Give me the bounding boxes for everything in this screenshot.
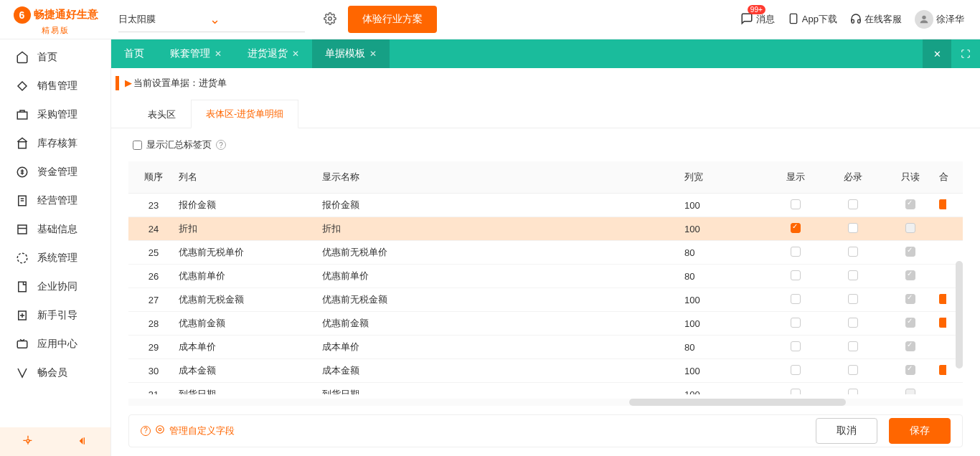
sidebar-item-cart[interactable]: 采购管理 <box>0 100 110 129</box>
cell-readonly <box>882 270 939 282</box>
cancel-button[interactable]: 取消 <box>816 418 877 444</box>
checkbox[interactable] <box>791 247 801 257</box>
sidebar-item-tag[interactable]: 销售管理 <box>0 72 110 100</box>
panel-footer: ? 管理自定义字段 取消 保存 <box>128 414 963 447</box>
promo-button[interactable]: 体验行业方案 <box>348 6 437 33</box>
manage-custom-fields-link[interactable]: ? 管理自定义字段 <box>141 424 235 437</box>
subtab-表体区-进货单明细[interactable]: 表体区-进货单明细 <box>191 100 298 128</box>
chevron-down-icon: ⌄ <box>209 11 301 27</box>
logo-area[interactable]: 6 畅捷通好生意 精易版 <box>0 4 111 36</box>
cell-display: 优惠前无税单价 <box>322 246 684 259</box>
table-row[interactable]: 24折扣折扣100 <box>128 217 963 241</box>
checkbox-on[interactable] <box>939 365 946 375</box>
cell-width: 100 <box>684 200 767 211</box>
tab-首页[interactable]: 首页 <box>111 39 157 68</box>
close-icon[interactable]: ✕ <box>215 49 222 59</box>
sidebar-item-data[interactable]: 基础信息 <box>0 215 110 244</box>
sidebar-item-tv[interactable]: 应用中心 <box>0 330 110 358</box>
svg-point-0 <box>329 16 332 20</box>
cell-seq: 25 <box>128 247 179 258</box>
cell-show <box>767 365 824 377</box>
close-icon[interactable]: ✕ <box>292 49 299 59</box>
clipboard-icon <box>16 194 29 207</box>
th-total: 合 <box>939 171 961 184</box>
checkbox[interactable] <box>848 389 858 395</box>
close-tab-button[interactable]: ✕ <box>923 39 951 68</box>
horizontal-scrollbar-track[interactable] <box>128 399 963 405</box>
table-row[interactable]: 27优惠前无税金额优惠前无税金额100 <box>128 288 963 312</box>
checkbox-on[interactable] <box>939 318 946 328</box>
checkbox[interactable] <box>791 365 801 375</box>
horizontal-scrollbar-thumb[interactable] <box>629 399 846 406</box>
checkbox[interactable] <box>791 341 801 351</box>
sidebar-nav: 首页销售管理采购管理库存核算资金管理经营管理基础信息系统管理企业协同新手引导应用… <box>0 39 111 456</box>
checkbox[interactable] <box>848 247 858 257</box>
checkbox[interactable] <box>848 223 858 233</box>
cell-required <box>824 341 882 353</box>
checkbox[interactable] <box>848 294 858 304</box>
sidebar-item-house[interactable]: 库存核算 <box>0 129 110 158</box>
sidebar-item-home[interactable]: 首页 <box>0 43 110 72</box>
summary-tab-checkbox[interactable] <box>133 141 142 150</box>
data-icon <box>16 223 29 236</box>
sidebar-item-coin[interactable]: 资金管理 <box>0 158 110 186</box>
table-row[interactable]: 23报价金额报价金额100 <box>128 194 963 217</box>
checkbox[interactable] <box>791 389 801 395</box>
summary-checkbox-row: 显示汇总标签页 ? <box>111 128 980 161</box>
message-icon <box>740 12 753 27</box>
vertical-scrollbar[interactable] <box>956 261 963 369</box>
save-button[interactable]: 保存 <box>889 418 951 444</box>
cell-required <box>824 365 882 377</box>
close-icon[interactable]: ✕ <box>369 49 377 59</box>
sidebar-item-v[interactable]: 畅会员 <box>0 358 110 387</box>
table-row[interactable]: 28优惠前金额优惠前金额100 <box>128 312 963 336</box>
checkbox[interactable] <box>791 199 801 209</box>
table-row[interactable]: 31到货日期到货日期100 <box>128 383 963 394</box>
settings-icon[interactable] <box>22 435 34 449</box>
checkbox[interactable] <box>848 199 858 209</box>
tab-账套管理[interactable]: 账套管理✕ <box>157 39 235 68</box>
doc-icon <box>16 280 29 293</box>
business-selector[interactable]: 日太阳膜 ⌄ <box>118 7 305 32</box>
help-icon[interactable]: ? <box>216 140 226 150</box>
tab-单据模板[interactable]: 单据模板✕ <box>312 39 390 68</box>
cell-show <box>767 341 824 353</box>
cell-required <box>824 389 882 395</box>
customer-service-button[interactable]: 在线客服 <box>850 13 902 27</box>
app-download-button[interactable]: App下载 <box>788 13 837 27</box>
sub-tab-strip: 表头区表体区-进货单明细 <box>111 99 980 128</box>
checkbox[interactable] <box>791 294 801 304</box>
checkbox <box>905 389 915 395</box>
tab-进货退货[interactable]: 进货退货✕ <box>235 39 312 68</box>
th-seq: 顺序 <box>128 171 179 184</box>
accent-bar <box>116 76 119 90</box>
checkbox[interactable] <box>848 318 858 328</box>
checkbox-on[interactable] <box>939 199 946 209</box>
checkbox[interactable] <box>791 223 801 233</box>
sidebar-item-cycle[interactable]: 系统管理 <box>0 244 110 272</box>
checkbox-on[interactable] <box>939 294 946 304</box>
checkbox[interactable] <box>848 270 858 280</box>
sidebar-item-clipboard[interactable]: 经营管理 <box>0 186 110 215</box>
table-row[interactable]: 26优惠前单价优惠前单价80 <box>128 265 963 288</box>
collapse-icon[interactable] <box>77 435 89 449</box>
brand-title: 畅捷通好生意 <box>34 8 98 22</box>
sidebar-item-doc[interactable]: 企业协同 <box>0 272 110 301</box>
subtab-表头区[interactable]: 表头区 <box>133 100 191 128</box>
sidebar-item-sparkle[interactable]: 新手引导 <box>0 301 110 330</box>
table-row[interactable]: 29成本单价成本单价80 <box>128 336 963 359</box>
fullscreen-button[interactable] <box>951 39 980 68</box>
tab-label: 进货退货 <box>248 47 288 60</box>
table-row[interactable]: 25优惠前无税单价优惠前无税单价80 <box>128 241 963 265</box>
checkbox <box>905 247 915 257</box>
sidebar-item-label: 新手引导 <box>37 309 77 322</box>
gear-icon[interactable] <box>324 12 336 27</box>
checkbox[interactable] <box>791 318 801 328</box>
messages-button[interactable]: 99+ 消息 <box>740 12 775 27</box>
table-row[interactable]: 30成本金额成本金额100 <box>128 359 963 383</box>
checkbox[interactable] <box>848 341 858 351</box>
checkbox[interactable] <box>848 365 858 375</box>
svg-rect-15 <box>17 341 27 348</box>
user-menu[interactable]: 徐泽华 <box>915 10 964 29</box>
checkbox[interactable] <box>791 270 801 280</box>
